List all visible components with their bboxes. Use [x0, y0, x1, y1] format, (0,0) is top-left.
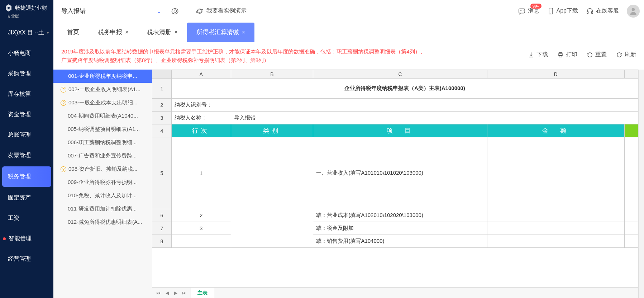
- close-icon[interactable]: ×: [174, 29, 177, 36]
- tree-item-007[interactable]: 007-广告费和业务宣传费跨...: [53, 149, 152, 162]
- cell-item[interactable]: 减：税金及附加: [313, 222, 487, 235]
- cell-rownum[interactable]: 3: [171, 222, 231, 235]
- reset-icon: [587, 52, 593, 58]
- sidebar-item-inventory[interactable]: 库存核算: [0, 84, 53, 104]
- sheet-nav-prev[interactable]: ◀: [163, 289, 171, 297]
- row-header[interactable]: 1: [152, 79, 172, 99]
- reset-button[interactable]: 重置: [587, 51, 607, 58]
- sidebar-item-tax[interactable]: 税务管理: [2, 166, 51, 187]
- row-header[interactable]: 8: [152, 235, 172, 248]
- col-header-d[interactable]: D: [487, 70, 624, 79]
- close-icon[interactable]: ×: [125, 29, 128, 36]
- print-button[interactable]: 打印: [557, 51, 577, 58]
- sidebar-item-invoice[interactable]: 发票管理: [0, 145, 53, 166]
- header-rownum[interactable]: 行次: [171, 124, 231, 137]
- tree-item-004[interactable]: 004-期间费用明细表(A1040...: [53, 109, 152, 123]
- org-dropdown[interactable]: 导入报错 ⌄: [58, 7, 165, 15]
- download-button[interactable]: 下载: [528, 51, 548, 58]
- sidebar-item-assets[interactable]: 固定资产: [0, 188, 53, 208]
- tree-item-010[interactable]: 010-免税、减计收入及加计...: [53, 189, 152, 202]
- brand-version: 专业版: [0, 14, 53, 23]
- tab-home[interactable]: 首页: [58, 23, 89, 42]
- settings-button[interactable]: [168, 4, 182, 18]
- action-buttons: 下载 打印 重置 刷新: [528, 47, 636, 58]
- sheet-title[interactable]: 企业所得税年度纳税申报表（A类）主表(A100000): [171, 79, 638, 99]
- demo-link[interactable]: 我要看实例演示: [196, 7, 247, 15]
- tree-item-008[interactable]: ?008-资产折旧、摊销及纳税...: [53, 162, 152, 176]
- main-area: 导入报错 ⌄ 我要看实例演示 消息 99+ App下载: [53, 0, 644, 298]
- tree-item-011[interactable]: 011-研发费用加计扣除优惠...: [53, 202, 152, 216]
- close-icon[interactable]: ×: [242, 29, 245, 36]
- cell-rownum[interactable]: [171, 235, 231, 248]
- row-header[interactable]: 4: [152, 124, 172, 137]
- tree-item-003[interactable]: ?003-一般企业成本支出明细...: [53, 96, 152, 109]
- sheet-nav-next[interactable]: ▶: [171, 289, 180, 297]
- sidebar-item-ledger[interactable]: 总账管理: [0, 125, 53, 145]
- cell-taxpayer-id[interactable]: [231, 99, 638, 112]
- sheet-corner[interactable]: [152, 70, 172, 79]
- tree-item-009[interactable]: 009-企业所得税弥补亏损明...: [53, 176, 152, 189]
- row-header[interactable]: 7: [152, 222, 172, 235]
- sidebar-item-smart[interactable]: 智能管理: [0, 228, 53, 249]
- sheet-nav-last[interactable]: ⏭: [180, 289, 189, 297]
- row-header[interactable]: 3: [152, 112, 172, 124]
- tab-tax-register[interactable]: 税表清册×: [138, 23, 187, 42]
- col-header-c[interactable]: C: [313, 70, 487, 79]
- cell-taxpayer-id-label[interactable]: 纳税人识别号：: [171, 99, 231, 112]
- support-button[interactable]: 在线客服: [586, 7, 619, 15]
- messages-button[interactable]: 消息 99+: [518, 7, 539, 15]
- row-header[interactable]: 2: [152, 99, 172, 112]
- row-header[interactable]: 5: [152, 137, 172, 209]
- header-extra[interactable]: [624, 124, 638, 137]
- cell-taxpayer-name[interactable]: 导入报错: [231, 112, 638, 124]
- cell-amount[interactable]: [487, 235, 624, 248]
- chevron-icon: ▾: [47, 31, 49, 35]
- cell-item[interactable]: 减：营业成本(填写A102010\102020\103000): [313, 209, 487, 222]
- cell-amount[interactable]: [487, 222, 624, 235]
- form-tree-panel: 001-企业所得税年度纳税申... ?002-一般企业收入明细表(A1... ?…: [53, 70, 152, 298]
- tab-tax-declare[interactable]: 税务申报×: [89, 23, 138, 42]
- col-header-rest[interactable]: [624, 70, 638, 79]
- cell-taxpayer-name-label[interactable]: 纳税人名称：: [171, 112, 231, 124]
- header-category[interactable]: 类别: [231, 124, 313, 137]
- cell-extra[interactable]: [624, 137, 638, 209]
- cell-extra[interactable]: [624, 235, 638, 248]
- tree-item-002[interactable]: ?002-一般企业收入明细表(A1...: [53, 83, 152, 96]
- refresh-button[interactable]: 刷新: [616, 51, 636, 58]
- sheet-nav-first[interactable]: ⏮: [154, 289, 163, 297]
- tree-item-001[interactable]: 001-企业所得税年度纳税申...: [53, 70, 152, 83]
- tree-item-005[interactable]: 005-纳税调整项目明细表(A1...: [53, 123, 152, 136]
- col-header-a[interactable]: A: [171, 70, 231, 79]
- tree-item-006[interactable]: 006-职工薪酬纳税调整明细...: [53, 136, 152, 149]
- sidebar-item-purchase[interactable]: 采购管理: [0, 63, 53, 84]
- row-header[interactable]: 6: [152, 209, 172, 222]
- sidebar-item-ecommerce[interactable]: 小畅电商: [0, 43, 53, 63]
- sheet-scroll[interactable]: A B C D 1 企业所得税年度纳税申报表（A类）主表(A100000): [152, 70, 638, 287]
- header-item[interactable]: 项 目: [313, 124, 487, 137]
- app-download-button[interactable]: App下载: [547, 7, 578, 15]
- sidebar-item-funds[interactable]: 资金管理: [0, 104, 53, 125]
- planet-icon: [196, 7, 204, 15]
- cell-amount[interactable]: [487, 137, 624, 209]
- tree-item-012[interactable]: 012-减免所得税优惠明细表(A...: [53, 216, 152, 229]
- avatar[interactable]: [627, 5, 640, 18]
- cell-rownum[interactable]: 1: [171, 137, 231, 209]
- cell-item[interactable]: 减：销售费用(填写A104000): [313, 235, 487, 248]
- cell-amount[interactable]: [487, 209, 624, 222]
- sidebar-item-business[interactable]: 经营管理: [0, 249, 53, 269]
- tab-income-tax-settlement[interactable]: 所得税汇算清缴×: [187, 23, 254, 42]
- sidebar-item-salary[interactable]: 工资: [0, 208, 53, 228]
- content-area: 2019年度涉及取以前年度结转数据的申报表单元格需要手工维护正确，才能保证本年及…: [53, 42, 644, 298]
- sidebar-item-truncated[interactable]: JIX)XX 目 --土 ▾: [0, 23, 53, 43]
- cell-item[interactable]: 一、营业收入(填写A101010\101020\103000): [313, 137, 487, 209]
- col-header-b[interactable]: B: [231, 70, 313, 79]
- cell-category[interactable]: [231, 137, 313, 248]
- spreadsheet: A B C D 1 企业所得税年度纳税申报表（A类）主表(A100000): [152, 70, 638, 298]
- vertical-scrollbar[interactable]: [638, 70, 644, 298]
- cell-extra[interactable]: [624, 222, 638, 235]
- sheet-tab-main[interactable]: 主表: [191, 288, 214, 298]
- print-icon: [557, 52, 564, 58]
- cell-extra[interactable]: [624, 209, 638, 222]
- header-amount[interactable]: 金 额: [487, 124, 624, 137]
- cell-rownum[interactable]: 2: [171, 209, 231, 222]
